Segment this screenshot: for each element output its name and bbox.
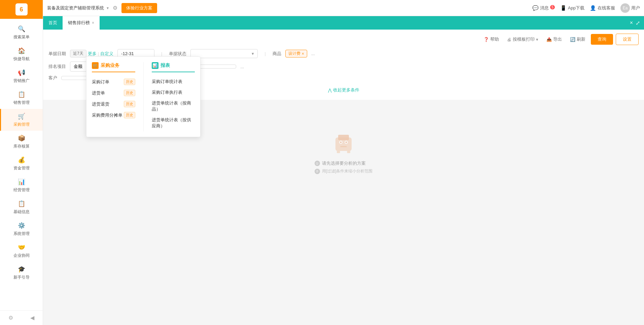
hint2-row: ② 用[过滤]条件来缩小分析范围 [315,168,373,174]
dropdown-purchase-header: 🛒 采购业务 [92,62,135,72]
refresh-icon: 🔄 [570,37,575,42]
goods-more-btn[interactable]: ... [311,51,315,56]
expense-badge: 历史 [124,112,135,118]
dropdown-incoming-stats-supplier[interactable]: 进货单统计表（按供应商） [152,115,195,131]
dropdown-incoming-stats-goods[interactable]: 进货单统计表（按商品） [152,98,195,115]
export-icon: 📤 [546,37,552,42]
tab-home[interactable]: 首页 [43,16,63,30]
dropdown-expense[interactable]: 采购费用分摊单 历史 [92,110,135,121]
user-menu[interactable]: Ea 用户 [620,3,640,13]
purchase-order-badge: 历史 [124,79,135,85]
search-icon: 🔍 [17,25,26,33]
logo-icon: 6 [15,3,28,15]
sidebar-item-quick-nav[interactable]: 🏠 快捷导航 [0,43,43,65]
refresh-btn[interactable]: 🔄 刷新 [567,35,588,44]
report-col-title: 报表 [160,63,170,69]
online-service-icon: 👤 [590,5,596,11]
dropdown-return[interactable]: 进货退货 历史 [92,98,135,110]
goods-tag: 设计费 × [285,50,307,57]
sidebar-item-guide[interactable]: 🎓 新手引导 [0,262,43,284]
dropdown-purchase-col: 🛒 采购业务 采购订单 历史 进货单 历史 进货退货 历史 采购费用分 [92,62,135,131]
dropdown-report-header: 📊 报表 [152,62,195,72]
empty-hint1: 请先选择要分析的方案 [322,160,366,166]
home-icon: 🏠 [17,47,26,55]
app-download-btn[interactable]: 📱 App下载 [560,5,584,11]
collapse-btn[interactable]: ⋀ 收起更多条件 [328,87,359,93]
sidebar-item-sales[interactable]: 📋 销售管理 [0,87,43,109]
guide-icon: 🎓 [17,265,26,273]
status-label: 单据状态 [169,51,186,57]
tab-label: 首页 [48,20,57,26]
date-custom-btn[interactable]: 自定义 [100,51,113,57]
export-label: 导出 [553,36,562,42]
message-btn[interactable]: 💬 消息 5 [532,5,555,11]
date-more-btn[interactable]: 更多 [88,51,97,57]
tab-window-close-icon[interactable]: × [630,20,633,26]
sidebar-item-inventory[interactable]: 📦 库存核算 [0,131,43,153]
sidebar-item-finance[interactable]: 💰 资金管理 [0,153,43,174]
status-select[interactable]: ▾ [190,49,258,58]
svg-rect-8 [347,151,350,153]
user-label: 用户 [631,5,640,11]
purchase-col-title: 采购业务 [101,63,119,69]
print-btn[interactable]: 🖨 按模板打印 ▾ [504,35,541,44]
filter-divider: | [161,51,162,56]
sidebar-item-label: 搜索菜单 [13,34,30,40]
svg-point-5 [346,141,347,143]
sidebar-settings-btn[interactable]: ⚙ [8,315,13,321]
tab-sales-rank[interactable]: 销售排行榜 × [63,16,100,30]
help-btn[interactable]: ❓ 帮助 [481,35,502,44]
report-col-icon: 📊 [152,62,158,69]
sidebar-item-system[interactable]: ⚙️ 系统管理 [0,218,43,240]
help-icon: ❓ [484,37,489,42]
print-icon: 🖨 [507,37,511,42]
sidebar-item-label: 快捷导航 [13,56,30,62]
salesman-more-btn[interactable]: ... [240,64,244,69]
sidebar-item-label: 销售管理 [13,100,30,106]
avatar-text: Ea [623,6,628,10]
sidebar-item-purchase[interactable]: 🛒 采购管理 [0,109,43,131]
sidebar-item-enterprise[interactable]: 🤝 企业协同 [0,240,43,262]
customer-label: 客户 [48,75,57,81]
collapse-label: 收起更多条件 [333,87,359,93]
app-download-icon: 📱 [560,5,567,11]
goods-label: 商品 [273,51,281,57]
hint1-row: ① 请先选择要分析的方案 [315,160,366,166]
order-stats-label: 采购订单统计表 [152,79,182,85]
sidebar-item-label: 系统管理 [13,231,30,237]
hint1-num-icon: ① [315,161,320,166]
dropdown-order-stats[interactable]: 采购订单统计表 [152,76,195,87]
sidebar-collapse-btn[interactable]: ◀ [30,315,34,321]
sidebar-item-basic-info[interactable]: 📋 基础信息 [0,196,43,218]
sidebar-item-operations[interactable]: 📊 经营管理 [0,174,43,196]
online-service-btn[interactable]: 👤 在线客服 [590,5,615,11]
dropdown-order-exec[interactable]: 采购订单执行表 [152,87,195,98]
settings-btn[interactable]: 设置 [616,34,639,45]
date-label: 单据日期 [48,51,66,57]
tab-close-icon[interactable]: × [92,21,94,25]
sidebar-item-marketing[interactable]: 📢 营销推广 [0,65,43,87]
export-btn[interactable]: 📤 导出 [544,35,565,44]
date-preset-7days[interactable]: 近7天 [70,50,86,57]
query-btn[interactable]: 查询 [591,34,613,45]
dropdown-incoming[interactable]: 进货单 历史 [92,87,135,98]
purchase-icon: 🛒 [17,112,26,120]
dropdown-purchase-order[interactable]: 采购订单 历史 [92,76,135,87]
message-label: 消息 [540,5,549,11]
system-icon: ⚙️ [17,221,26,230]
sidebar-item-label: 新手引导 [13,275,30,280]
experience-btn[interactable]: 体验行业方案 [121,3,157,13]
sidebar-item-label: 资金管理 [13,165,30,171]
purchase-col-icon: 🛒 [92,62,99,69]
goods-tag-close[interactable]: × [302,51,304,56]
return-label: 进货退货 [92,101,109,107]
incoming-label: 进货单 [92,90,105,96]
tab-expand-icon[interactable]: ⤢ [636,20,640,26]
svg-rect-7 [337,151,340,153]
sidebar-item-label: 基础信息 [13,209,30,215]
purchase-order-label: 采购订单 [92,79,109,85]
sidebar-item-label: 采购管理 [13,122,30,127]
topbar-settings-icon[interactable]: ⚙ [113,5,117,11]
avatar: Ea [620,3,630,13]
sidebar-item-search[interactable]: 🔍 搜索菜单 [0,22,43,43]
